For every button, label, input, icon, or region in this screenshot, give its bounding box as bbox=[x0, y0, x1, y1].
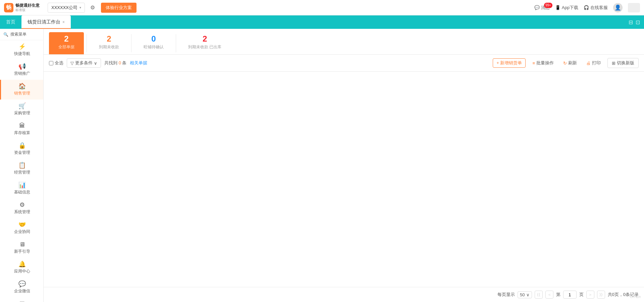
maximize-icon[interactable]: ⊡ bbox=[636, 19, 640, 25]
settings-button[interactable]: ⚙ bbox=[88, 3, 98, 13]
page-label: 第 bbox=[556, 292, 560, 298]
chevron-down-icon: ▾ bbox=[79, 6, 81, 9]
purchase-icon: 🛒 bbox=[18, 103, 26, 109]
operations-label: 经营管理 bbox=[14, 170, 30, 175]
sidebar-item-guide[interactable]: 🖥 新手引导 bbox=[0, 238, 43, 258]
watermark: OfTEn bbox=[630, 295, 641, 299]
due-uncollected-label: 到期未收款 bbox=[99, 44, 119, 50]
select-all-checkbox[interactable]: 全选 bbox=[49, 60, 63, 66]
sidebar-item-marketing[interactable]: 📢 营销推广 bbox=[0, 60, 43, 80]
more-filters-label: 更多条件 bbox=[75, 60, 93, 66]
switch-version-icon: ⊞ bbox=[612, 61, 615, 66]
page-size-select[interactable]: 50 ∨ bbox=[518, 291, 532, 298]
batch-op-button[interactable]: ≡ 批量操作 bbox=[530, 59, 556, 67]
system-label: 系统管理 bbox=[14, 209, 30, 215]
found-prefix: 共找到 bbox=[104, 60, 117, 65]
sidebar-item-inventory[interactable]: 🏛 库存核算 bbox=[0, 119, 43, 139]
sidebar-item-purchase[interactable]: 🛒 采购管理 bbox=[0, 100, 43, 119]
all-orders-label: 全部单据 bbox=[58, 44, 74, 50]
logo-text: 畅捷通好生意 标准版 bbox=[15, 3, 40, 12]
batch-icon: ≡ bbox=[532, 61, 535, 66]
minimize-icon[interactable]: ⊟ bbox=[629, 19, 633, 25]
sidebar-item-app-center[interactable]: 🔔 应用中心 bbox=[0, 258, 43, 278]
enterprise-wechat-label: 企业微信 bbox=[14, 288, 30, 294]
found-count: 0 bbox=[119, 60, 121, 65]
app-download-button[interactable]: 📱 App下载 bbox=[555, 5, 578, 11]
message-button[interactable]: 💬 消息 99+ bbox=[534, 5, 550, 11]
basic-info-label: 基础信息 bbox=[14, 189, 30, 195]
tab-home[interactable]: 首页 bbox=[0, 15, 21, 29]
sidebar-item-basic-info[interactable]: 📊 基础信息 bbox=[0, 179, 43, 198]
last-page-button[interactable]: ⟩⟩ bbox=[597, 291, 605, 299]
refresh-icon: ↻ bbox=[563, 61, 567, 66]
switch-version-label: 切换新版 bbox=[617, 60, 634, 66]
company-name: XXXXXX公司 bbox=[51, 5, 77, 11]
pagination: 每页显示 50 ∨ ⟨⟨ ＜ 第 页 ＞ ⟩⟩ 共0页，0条记录 bbox=[44, 287, 644, 302]
avatar[interactable]: 👤 bbox=[613, 3, 623, 12]
nav-tabs: 首页 钱货日清工作台 × ⊟ ⊡ bbox=[0, 15, 644, 29]
add-sale-button[interactable]: + 新增销货单 bbox=[493, 58, 526, 68]
first-page-button[interactable]: ⟨⟨ bbox=[535, 291, 543, 299]
top-header: 畅 畅捷通好生意 标准版 XXXXXX公司 ▾ ⚙ 体验行业方案 💬 消息 99… bbox=[0, 0, 644, 15]
logo-area: 畅 畅捷通好生意 标准版 bbox=[4, 3, 48, 12]
system-icon: ⚙ bbox=[19, 202, 25, 208]
app-center-icon: 🔔 bbox=[18, 261, 26, 267]
due-unshipped-label: 到期未收款 已出库 bbox=[188, 44, 221, 50]
tab-cash-work[interactable]: 钱货日清工作台 × bbox=[21, 15, 71, 29]
sidebar-item-member[interactable]: ▽ 畅会员 bbox=[0, 297, 43, 302]
logo-icon: 畅 bbox=[4, 3, 13, 12]
marketing-icon: 📢 bbox=[18, 63, 26, 69]
batch-op-label: 批量操作 bbox=[536, 60, 554, 66]
page-input[interactable] bbox=[563, 291, 577, 299]
print-icon: 🖨 bbox=[586, 61, 591, 66]
logo-subtitle: 标准版 bbox=[15, 8, 40, 12]
print-button[interactable]: 🖨 打印 bbox=[584, 59, 603, 67]
more-filters-button[interactable]: ▽ 更多条件 ∨ bbox=[67, 58, 101, 68]
sales-label: 销售管理 bbox=[14, 90, 30, 96]
stat-tab-due-uncollected[interactable]: 2 到期未收款 bbox=[90, 32, 128, 54]
inventory-label: 库存核算 bbox=[14, 130, 30, 136]
sidebar-item-operations[interactable]: 📋 经营管理 bbox=[0, 159, 43, 179]
stat-tab-due-unshipped[interactable]: 2 到期未收款 已出库 bbox=[179, 32, 231, 54]
app-center-label: 应用中心 bbox=[14, 268, 30, 274]
select-all-input[interactable] bbox=[49, 61, 53, 65]
main-layout: 🔍 搜索菜单 ⚡ 快捷导航 📢 营销推广 🏠 销售管理 🛒 采购管理 🏛 库存核… bbox=[0, 29, 644, 302]
refresh-button[interactable]: ↻ 刷新 bbox=[560, 59, 580, 67]
finance-label: 资金管理 bbox=[14, 150, 30, 156]
prev-page-button[interactable]: ＜ bbox=[545, 291, 553, 299]
quick-nav-icon: ⚡ bbox=[18, 44, 26, 50]
online-service-button[interactable]: 🎧 在线客服 bbox=[584, 5, 608, 11]
wangpu-number: 0 bbox=[151, 35, 156, 43]
toolbar-left: 全选 ▽ 更多条件 ∨ 共找到 0 条 相关单据 bbox=[49, 58, 489, 68]
sidebar-item-enterprise-wechat[interactable]: 💬 企业微信 bbox=[0, 278, 43, 297]
found-text: 共找到 0 条 bbox=[104, 60, 126, 66]
search-menu-item[interactable]: 🔍 搜索菜单 bbox=[0, 29, 43, 40]
header-right: 💬 消息 99+ 📱 App下载 🎧 在线客服 👤 bbox=[534, 3, 640, 12]
tab-active-indicator bbox=[21, 28, 71, 29]
sidebar-item-quick-nav[interactable]: ⚡ 快捷导航 bbox=[0, 40, 43, 60]
tab-cash-work-close-icon[interactable]: × bbox=[62, 20, 65, 24]
enterprise-wechat-icon: 💬 bbox=[18, 281, 26, 287]
purchase-label: 采购管理 bbox=[14, 110, 30, 116]
operations-icon: 📋 bbox=[18, 162, 26, 168]
switch-version-button[interactable]: ⊞ 切换新版 bbox=[607, 58, 639, 68]
print-label: 打印 bbox=[592, 60, 601, 66]
page-label-end: 页 bbox=[579, 292, 584, 298]
trial-button[interactable]: 体验行业方案 bbox=[101, 3, 137, 13]
related-orders-link[interactable]: 相关单据 bbox=[130, 60, 147, 66]
sidebar-item-sales[interactable]: 🏠 销售管理 bbox=[0, 80, 43, 100]
next-page-button[interactable]: ＞ bbox=[586, 291, 594, 299]
tab-home-label: 首页 bbox=[6, 19, 15, 25]
sidebar-item-enterprise-coop[interactable]: 🤝 企业协同 bbox=[0, 218, 43, 238]
wangpu-label: 旺铺待确认 bbox=[144, 44, 164, 50]
company-selector[interactable]: XXXXXX公司 ▾ bbox=[48, 3, 85, 13]
due-unshipped-number: 2 bbox=[203, 35, 207, 43]
sidebar-item-finance[interactable]: 🔒 资金管理 bbox=[0, 139, 43, 159]
marketing-label: 营销推广 bbox=[14, 71, 30, 76]
stat-tab-wangpu[interactable]: 0 旺铺待确认 bbox=[134, 32, 173, 54]
sidebar-item-system[interactable]: ⚙ 系统管理 bbox=[0, 198, 43, 218]
guide-icon: 🖥 bbox=[19, 241, 25, 247]
user-name-area bbox=[628, 3, 640, 12]
stat-tab-all[interactable]: 2 全部单据 bbox=[49, 32, 84, 54]
toolbar-right: + 新增销货单 ≡ 批量操作 ↻ 刷新 🖨 打印 ⊞ 切换新版 bbox=[493, 58, 639, 68]
